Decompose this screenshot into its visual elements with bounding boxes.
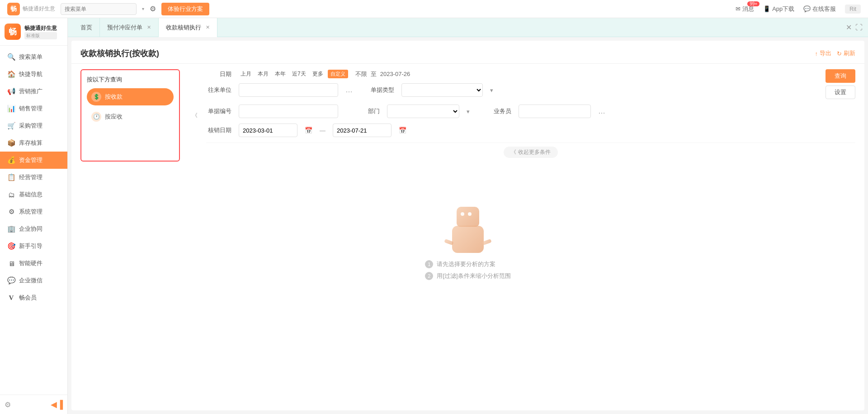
date-btn-thismonth[interactable]: 本月	[256, 69, 270, 79]
sidebar-item-enterprise[interactable]: 🏢 企业协同	[0, 220, 67, 238]
sidebar-item-member[interactable]: V 畅会员	[0, 289, 67, 306]
tab-prepay[interactable]: 预付冲应付单 ✕	[100, 18, 159, 37]
date-btn-custom[interactable]: 自定义	[328, 70, 348, 78]
top-bar: 畅 畅捷通好生意 ▾ ⚙ 体验行业方案 ✉ 消息 99+ 📱 App下载 💬 在…	[0, 0, 868, 18]
sidebar-item-sales[interactable]: 📊 销售管理	[0, 100, 67, 117]
top-search-input[interactable]	[61, 3, 137, 15]
sidebar-item-basics[interactable]: 🗂 基础信息	[0, 186, 67, 203]
main-layout: 畅 畅捷通好生意 标准版 🔍 搜索菜单 🏠 快捷导航 📢 营销推广 📊	[0, 18, 868, 414]
sidebar-item-hardware[interactable]: 🖥 智能硬件	[0, 255, 67, 272]
search-icon: 🔍	[7, 53, 15, 61]
filter-partner-row: 往来单位 … 单据类型 ▾	[206, 83, 818, 97]
refresh-btn[interactable]: ↻ 刷新	[837, 49, 855, 57]
tab-fullscreen-icon[interactable]: ⛶	[855, 24, 863, 32]
sidebar-item-label: 快捷导航	[19, 70, 42, 78]
sidebar-item-guide[interactable]: 🎯 新手引导	[0, 238, 67, 255]
date-btn-lastmonth[interactable]: 上月	[239, 69, 253, 79]
receipt-option-icon: 💲	[91, 92, 101, 102]
tab-receipt[interactable]: 收款核销执行 ✕	[159, 18, 217, 37]
date-quick-btns: 上月 本月 本年 近7天 更多 自定义	[239, 69, 348, 79]
wechat-icon: 💬	[7, 276, 15, 285]
hint-text-1: 请先选择要分析的方案	[437, 260, 495, 268]
date-to-label: 至	[371, 70, 377, 78]
date-range-separator: —	[320, 127, 326, 134]
content-area: 首页 预付冲应付单 ✕ 收款核销执行 ✕ ✕ ⛶ 收款核销执行(按收款)	[68, 18, 868, 414]
user-info[interactable]: Rit	[845, 5, 861, 14]
sales-label: 业务员	[486, 107, 511, 115]
filter-option-receivable[interactable]: 🕐 按应收	[87, 108, 174, 125]
query-button[interactable]: 查询	[826, 69, 855, 83]
sidebar-brand-tag: 标准版	[24, 32, 57, 39]
partner-input[interactable]	[239, 83, 338, 97]
date-btn-more[interactable]: 更多	[311, 69, 325, 79]
partner-dots[interactable]: …	[345, 86, 353, 94]
purchase-icon: 🛒	[7, 122, 15, 130]
docno-input[interactable]	[239, 105, 338, 118]
sidebar-brand-text: 畅捷通好生意 标准版	[24, 24, 57, 39]
settings-icon[interactable]: ⚙	[150, 5, 156, 13]
sidebar-item-system[interactable]: ⚙ 系统管理	[0, 203, 67, 220]
sales-icon: 📊	[7, 105, 15, 113]
sidebar-item-label: 搜索菜单	[19, 53, 42, 61]
tab-expand-area: ✕ ⛶	[846, 23, 863, 32]
dept-label: 部门	[354, 107, 380, 115]
tab-receipt-close[interactable]: ✕	[206, 24, 210, 30]
online-service-btn[interactable]: 💬 在线客服	[803, 5, 836, 13]
empty-hint-1: 1 请先选择要分析的方案	[425, 260, 510, 268]
doctype-select[interactable]	[401, 83, 483, 97]
hint-text-2: 用[过滤]条件来缩小分析范围	[437, 272, 510, 280]
collapse-more-label: 收起更多条件	[518, 148, 551, 156]
date-label: 日期	[206, 70, 231, 78]
tab-bar: 首页 预付冲应付单 ✕ 收款核销执行 ✕ ✕ ⛶	[68, 18, 868, 37]
app-download-btn[interactable]: 📱 App下载	[763, 5, 794, 13]
verify-end-calendar-icon[interactable]: 📅	[399, 127, 406, 134]
tab-close-all-icon[interactable]: ✕	[846, 23, 852, 32]
sales-dots[interactable]: …	[598, 107, 605, 115]
verify-end-input[interactable]	[333, 124, 392, 137]
filter-option-receivable-label: 按应收	[105, 113, 123, 121]
hint-num-2: 2	[425, 272, 433, 280]
sidebar-item-wechat[interactable]: 💬 企业微信	[0, 272, 67, 289]
filter-right-panel: 日期 上月 本月 本年 近7天 更多 自定义	[206, 69, 855, 162]
hardware-icon: 🖥	[7, 260, 15, 267]
filter-date-row: 日期 上月 本月 本年 近7天 更多 自定义	[206, 69, 818, 79]
filter-option-receipt[interactable]: 💲 按收款	[87, 88, 174, 105]
guide-icon: 🎯	[7, 242, 15, 250]
verify-start-calendar-icon[interactable]: 📅	[305, 127, 312, 134]
export-icon: ↑	[815, 50, 818, 57]
date-btn-7days[interactable]: 近7天	[290, 69, 308, 79]
sidebar-item-purchase[interactable]: 🛒 采购管理	[0, 117, 67, 134]
sidebar-item-finance[interactable]: 💰 资金管理	[0, 152, 67, 169]
industry-btn[interactable]: 体验行业方案	[161, 3, 209, 15]
marketing-icon: 📢	[7, 87, 15, 95]
empty-hint-2: 2 用[过滤]条件来缩小分析范围	[425, 272, 510, 280]
dept-select[interactable]	[387, 105, 459, 118]
sidebar-collapse-icon[interactable]: ◀▐	[51, 400, 63, 409]
sidebar-item-inventory[interactable]: 📦 库存核算	[0, 134, 67, 152]
sidebar-item-label: 采购管理	[19, 122, 42, 130]
verify-start-input[interactable]	[239, 124, 297, 137]
collapse-left-btn[interactable]: 《	[191, 69, 199, 162]
sidebar-nav: 🔍 搜索菜单 🏠 快捷导航 📢 营销推广 📊 销售管理 🛒 采购管理 📦	[0, 46, 67, 395]
collapse-more-btn[interactable]: 《 收起更多条件	[504, 147, 558, 158]
empty-hints: 1 请先选择要分析的方案 2 用[过滤]条件来缩小分析范围	[425, 260, 510, 280]
setting-button[interactable]: 设置	[826, 86, 855, 99]
sidebar-settings-icon[interactable]: ⚙	[5, 400, 11, 409]
basics-icon: 🗂	[7, 191, 15, 199]
date-btn-thisyear[interactable]: 本年	[273, 69, 288, 79]
sidebar-item-quicknav[interactable]: 🏠 快捷导航	[0, 66, 67, 83]
sidebar-item-search[interactable]: 🔍 搜索菜单	[0, 48, 67, 66]
sidebar-item-operations[interactable]: 📋 经营管理	[0, 169, 67, 186]
tab-home[interactable]: 首页	[73, 18, 100, 37]
brand-logo-area: 畅 畅捷通好生意	[7, 3, 55, 15]
message-btn[interactable]: ✉ 消息 99+	[736, 5, 754, 13]
page-header-actions: ↑ 导出 ↻ 刷新	[815, 49, 856, 57]
message-icon: ✉	[736, 5, 741, 12]
export-btn[interactable]: ↑ 导出	[815, 49, 832, 57]
sidebar-item-marketing[interactable]: 📢 营销推广	[0, 83, 67, 100]
tab-prepay-close[interactable]: ✕	[147, 24, 151, 30]
page-content: 收款核销执行(按收款) ↑ 导出 ↻ 刷新 按以下方查询	[71, 41, 864, 410]
sidebar-item-label: 销售管理	[19, 105, 42, 113]
empty-state: 1 请先选择要分析的方案 2 用[过滤]条件来缩小分析范围	[71, 167, 864, 298]
sales-input[interactable]	[519, 105, 591, 118]
